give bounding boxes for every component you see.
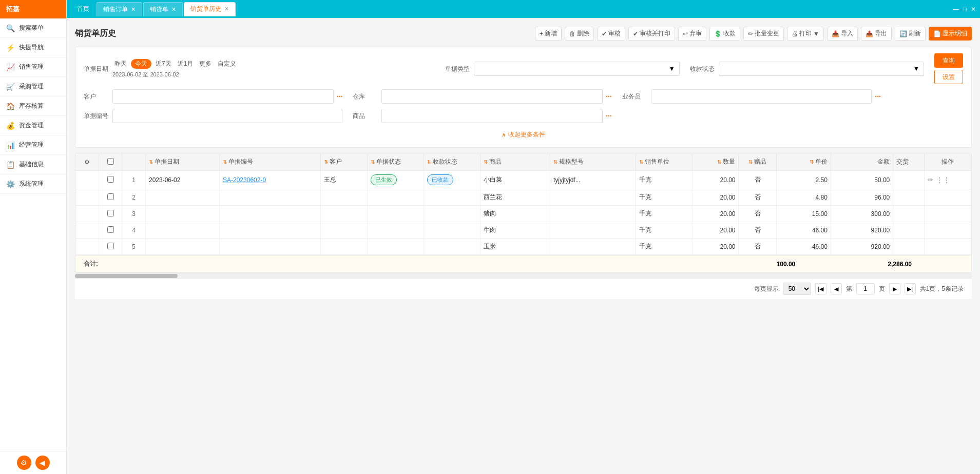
col-pay-status-header[interactable]: ⇅ 收款状态 <box>424 153 480 171</box>
sidebar-item-operation[interactable]: 📊 经营管理 <box>0 135 66 155</box>
price-cell: 15.00 <box>776 206 831 222</box>
goods-ellipsis[interactable]: ··· <box>606 112 612 120</box>
query-button[interactable]: 查询 <box>934 53 963 68</box>
close-icon[interactable]: ✕ <box>171 6 176 13</box>
col-gift-header[interactable]: ⇅ 赠品 <box>739 153 776 171</box>
horizontal-scrollbar[interactable] <box>75 273 972 278</box>
row-checkbox[interactable] <box>107 210 114 216</box>
row-checkbox[interactable] <box>107 176 114 183</box>
sidebar-item-sales[interactable]: 📈 销售管理 <box>0 57 66 77</box>
receive-button[interactable]: 💲 收款 <box>709 27 740 41</box>
print-button[interactable]: 🖨 打印 ▼ <box>787 27 824 41</box>
select-all-checkbox[interactable] <box>107 158 114 165</box>
new-button[interactable]: + 新增 <box>535 27 562 41</box>
col-doc-header[interactable]: ⇅ 单据编号 <box>220 153 321 171</box>
sidebar-settings-btn[interactable]: ⚙ <box>17 456 31 470</box>
close-icon[interactable]: ✕ <box>131 6 136 13</box>
row-checkbox[interactable] <box>107 193 114 200</box>
col-date-header[interactable]: ⇅ 单据日期 <box>145 153 219 171</box>
col-spec-header[interactable]: ⇅ 规格型号 <box>550 153 636 171</box>
refresh-button[interactable]: 🔄 刷新 <box>895 27 926 41</box>
pay-status-select[interactable]: ▼ <box>719 62 924 76</box>
checkbox-cell[interactable] <box>99 206 122 222</box>
customer-input[interactable] <box>112 89 334 104</box>
col-customer-header[interactable]: ⇅ 客户 <box>321 153 368 171</box>
next-page-button[interactable]: ▶ <box>889 283 900 294</box>
delete-button[interactable]: 🗑 删除 <box>565 27 594 41</box>
first-page-button[interactable]: |◀ <box>815 283 827 294</box>
sidebar-item-system[interactable]: ⚙️ 系统管理 <box>0 174 66 194</box>
row-checkbox[interactable] <box>107 243 114 249</box>
approve-print-button[interactable]: ✔ 审核并打印 <box>628 27 675 41</box>
scrollbar-thumb[interactable] <box>75 274 178 278</box>
salesman-ellipsis[interactable]: ··· <box>875 92 881 101</box>
col-select-all[interactable] <box>99 153 122 171</box>
col-status-header[interactable]: ⇅ 单据状态 <box>368 153 424 171</box>
abandon-button[interactable]: ↩ 弃审 <box>678 27 706 41</box>
collapse-label: 收起更多条件 <box>508 130 545 139</box>
approve-button[interactable]: ✔ 审核 <box>597 27 625 41</box>
sidebar-collapse-btn[interactable]: ◀ <box>35 456 50 470</box>
collapse-button[interactable]: ∧ 收起更多条件 <box>84 128 963 141</box>
per-page-select[interactable]: 50 100 200 <box>783 283 811 295</box>
pay-status-cell <box>424 189 480 206</box>
export-button[interactable]: 📤 导出 <box>861 27 892 41</box>
warehouse-ellipsis[interactable]: ··· <box>606 92 612 101</box>
date-tab-1month[interactable]: 近1月 <box>176 59 196 69</box>
date-cell: 2023-06-02 <box>145 171 219 189</box>
col-price-header[interactable]: ⇅ 单价 <box>776 153 831 171</box>
maximize-icon[interactable]: □ <box>963 6 967 13</box>
tab-sales-goods[interactable]: 销货单 ✕ <box>143 2 183 16</box>
window-close-icon[interactable]: ✕ <box>971 6 976 13</box>
sidebar-item-inventory[interactable]: 🏠 库存核算 <box>0 96 66 116</box>
salesman-input[interactable] <box>651 89 872 104</box>
checkbox-cell[interactable] <box>99 222 122 239</box>
customer-ellipsis[interactable]: ··· <box>337 92 343 101</box>
col-goods-header[interactable]: ⇅ 商品 <box>480 153 550 171</box>
tab-sales-history[interactable]: 销货单历史 ✕ <box>184 2 236 16</box>
sidebar-item-quicknav[interactable]: ⚡ 快捷导航 <box>0 38 66 57</box>
more-icon[interactable]: ⋮⋮ <box>936 176 950 184</box>
page-input[interactable] <box>856 283 875 294</box>
sidebar-item-purchase[interactable]: 🛒 采购管理 <box>0 77 66 96</box>
col-amount-header[interactable]: 金额 <box>831 153 893 171</box>
col-settings[interactable]: ⚙ <box>75 153 99 171</box>
checkbox-cell[interactable] <box>99 189 122 206</box>
setting-button[interactable]: 设置 <box>934 70 963 84</box>
minimize-icon[interactable]: — <box>953 6 959 13</box>
tab-home[interactable]: 首页 <box>71 2 95 16</box>
close-icon[interactable]: ✕ <box>224 6 229 12</box>
doc-num-link[interactable]: SA-20230602-0 <box>223 176 266 184</box>
sales-icon: 📈 <box>6 63 15 71</box>
prev-page-button[interactable]: ◀ <box>831 283 842 294</box>
filter-doc-date: 单据日期 昨天 今天 近7天 近1月 更多 自定义 2023-06-02 至 2… <box>84 59 435 78</box>
col-qty-header[interactable]: ⇅ 数量 <box>692 153 739 171</box>
goods-input[interactable] <box>381 109 603 123</box>
warehouse-input[interactable] <box>381 89 603 104</box>
col-trade-header[interactable]: 交货 <box>893 153 925 171</box>
checkbox-cell[interactable] <box>99 171 122 189</box>
import-button[interactable]: 📥 导入 <box>827 27 858 41</box>
batch-change-button[interactable]: ✏ 批量变更 <box>743 27 784 41</box>
date-tab-7days[interactable]: 近7天 <box>153 59 174 69</box>
sidebar-item-label: 搜索菜单 <box>19 24 44 32</box>
show-detail-button[interactable]: 📄 显示明细 <box>929 27 972 41</box>
doc-num-input[interactable] <box>112 109 342 123</box>
abandon-icon: ↩ <box>683 30 688 37</box>
sidebar-item-basic-info[interactable]: 📋 基础信息 <box>0 155 66 174</box>
doc-type-select[interactable]: ▼ <box>474 62 679 76</box>
date-tab-custom[interactable]: 自定义 <box>216 59 238 69</box>
edit-icon[interactable]: ✏ <box>928 176 933 184</box>
col-unit-header[interactable]: ⇅ 销售单位 <box>636 153 692 171</box>
checkbox-cell[interactable] <box>99 239 122 255</box>
tab-sales-order[interactable]: 销售订单 ✕ <box>97 2 142 16</box>
date-tab-today[interactable]: 今天 <box>131 59 151 69</box>
sidebar-item-search[interactable]: 🔍 搜索菜单 <box>0 18 66 38</box>
row-checkbox[interactable] <box>107 226 114 233</box>
tabs-bar: 首页 销售订单 ✕ 销货单 ✕ 销货单历史 ✕ — □ ✕ <box>67 0 980 18</box>
last-page-button[interactable]: ▶| <box>905 283 916 294</box>
date-tab-more[interactable]: 更多 <box>197 59 214 69</box>
import-icon: 📥 <box>832 30 839 37</box>
sidebar-item-finance[interactable]: 💰 资金管理 <box>0 116 66 135</box>
date-tab-yesterday[interactable]: 昨天 <box>112 59 129 69</box>
